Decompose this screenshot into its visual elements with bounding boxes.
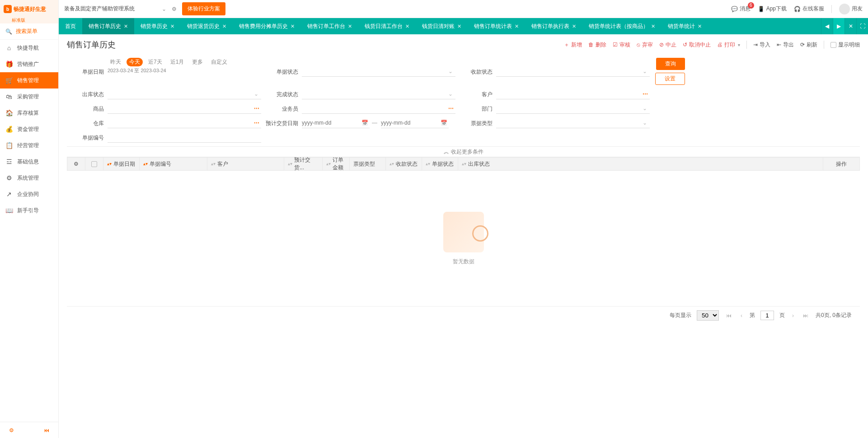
column-settings[interactable]: ⚙ [67, 158, 85, 170]
unstop-button[interactable]: ↺取消中止 [683, 41, 711, 49]
service-button[interactable]: 🎧 在线客服 [794, 5, 824, 13]
col-customer[interactable]: ▴▾客户 [207, 158, 284, 170]
close-icon[interactable]: ✕ [515, 23, 519, 29]
date-tag[interactable]: 近7天 [145, 58, 165, 66]
sidebar-item[interactable]: 🛒销售管理 [0, 72, 58, 89]
tab-fullscreen[interactable]: ⛶ [856, 18, 868, 34]
pay-status-select[interactable] [496, 66, 650, 77]
ticket-type-select[interactable] [496, 117, 650, 128]
page-first[interactable]: ⏮ [724, 312, 733, 319]
col-num[interactable]: ▴▾单据编号 [140, 158, 207, 170]
sidebar-item[interactable]: 🏠库存核算 [0, 105, 58, 121]
warehouse-input[interactable] [108, 117, 261, 128]
tab-scroll-left[interactable]: ◀ [821, 18, 833, 34]
more-icon[interactable]: ⋯ [643, 91, 648, 97]
import-button[interactable]: ⇥导入 [753, 41, 770, 49]
more-icon[interactable]: ⋯ [254, 105, 259, 112]
tab-close-all[interactable]: ✕ [845, 18, 856, 34]
system-selector[interactable]: 装备及固定资产辅助管理系统 ⌄ [64, 5, 166, 13]
collapse-sidebar-icon[interactable]: ⏮ [44, 427, 49, 433]
app-download-button[interactable]: 📱 App下载 [758, 5, 787, 13]
col-amount[interactable]: ▴▾订单金额 [323, 158, 350, 170]
settings-icon[interactable]: ⚙ [9, 427, 14, 433]
refresh-button[interactable]: ⟳刷新 [800, 41, 817, 49]
tab[interactable]: 销售订单历史✕ [82, 18, 134, 34]
tab[interactable]: 销售订单执行表✕ [525, 18, 582, 34]
page-prev[interactable]: ‹ [739, 312, 744, 319]
tab[interactable]: 销货退货历史✕ [181, 18, 233, 34]
close-icon[interactable]: ✕ [124, 23, 128, 29]
search-menu[interactable]: 🔍 搜索菜单 [0, 23, 58, 40]
close-icon[interactable]: ✕ [348, 23, 352, 29]
calendar-icon[interactable]: 📅 [441, 120, 447, 126]
print-button[interactable]: 🖨打印▾ [717, 41, 740, 49]
tab[interactable]: 销售订单工作台✕ [301, 18, 358, 34]
out-status-select[interactable] [108, 89, 261, 99]
col-pay[interactable]: ▴▾收款状态 [386, 158, 422, 170]
tab[interactable]: 销货单统计表（按商品）✕ [582, 18, 662, 34]
col-out[interactable]: ▴▾出库状态 [458, 158, 823, 170]
sidebar-item[interactable]: 📖新手引导 [0, 202, 58, 219]
gear-icon[interactable]: ⚙ [172, 6, 177, 12]
page-last[interactable]: ⏭ [801, 312, 810, 319]
date-tag[interactable]: 更多 [189, 58, 206, 66]
close-icon[interactable]: ✕ [457, 23, 461, 29]
date-tag[interactable]: 自定义 [208, 58, 230, 66]
sidebar-item[interactable]: ⌂快捷导航 [0, 40, 58, 56]
close-icon[interactable]: ✕ [698, 23, 702, 29]
experience-button[interactable]: 体验行业方案 [182, 2, 225, 15]
stop-button[interactable]: ⊘中止 [659, 41, 676, 49]
tab[interactable]: 销货单历史✕ [134, 18, 181, 34]
settings-button[interactable]: 设置 [655, 73, 685, 85]
discard-button[interactable]: ⦸弃审 [637, 41, 653, 49]
add-button[interactable]: ＋新增 [564, 41, 582, 49]
col-doc[interactable]: ▴▾单据状态 [422, 158, 458, 170]
date-tag[interactable]: 昨天 [108, 58, 124, 66]
collapse-filters[interactable]: ︽ 收起更多条件 [67, 146, 860, 157]
close-icon[interactable]: ✕ [405, 23, 409, 29]
doc-num-input[interactable] [108, 132, 261, 143]
close-icon[interactable]: ✕ [222, 23, 226, 29]
tab[interactable]: 销货单统计✕ [662, 18, 708, 34]
delivery-date-from[interactable] [302, 117, 370, 128]
sidebar-item[interactable]: ⚙系统管理 [0, 170, 58, 186]
export-button[interactable]: ⇤导出 [777, 41, 794, 49]
close-icon[interactable]: ✕ [651, 23, 655, 29]
show-detail-toggle[interactable]: 显示明细 [830, 41, 860, 49]
tab[interactable]: 销售订单统计表✕ [468, 18, 525, 34]
user-menu[interactable]: 用友 [839, 4, 863, 14]
product-input[interactable] [108, 103, 261, 114]
close-icon[interactable]: ✕ [572, 23, 576, 29]
sidebar-item[interactable]: 🛍采购管理 [0, 89, 58, 105]
close-icon[interactable]: ✕ [291, 23, 295, 29]
date-tag[interactable]: 近1月 [168, 58, 187, 66]
delivery-date-to[interactable] [381, 117, 449, 128]
message-button[interactable]: 💬 消息 6 [731, 5, 751, 13]
page-input[interactable] [760, 311, 774, 320]
date-tag[interactable]: 今天 [127, 58, 143, 66]
per-page-select[interactable]: 50 [697, 310, 719, 321]
finish-status-select[interactable] [302, 89, 455, 99]
sidebar-item[interactable]: 🎁营销推广 [0, 56, 58, 72]
col-ticket[interactable]: 票据类型 [350, 158, 386, 170]
page-next[interactable]: › [790, 312, 796, 319]
col-date[interactable]: ▴▾单据日期 [103, 158, 140, 170]
query-button[interactable]: 查询 [656, 58, 685, 70]
dept-select[interactable] [496, 103, 650, 114]
col-delivery[interactable]: ▴▾预计交货... [284, 158, 323, 170]
sidebar-item[interactable]: 📋经营管理 [0, 137, 58, 154]
tab[interactable]: 钱货日清对账✕ [416, 18, 468, 34]
customer-input[interactable] [496, 89, 650, 99]
close-icon[interactable]: ✕ [170, 23, 174, 29]
calendar-icon[interactable]: 📅 [361, 120, 368, 126]
sidebar-item[interactable]: ↗企业协同 [0, 186, 58, 202]
tab[interactable]: 钱货日清工作台✕ [358, 18, 416, 34]
sidebar-item[interactable]: ☲基础信息 [0, 154, 58, 170]
sidebar-item[interactable]: 💰资金管理 [0, 121, 58, 137]
tab[interactable]: 销售费用分摊单历史✕ [233, 18, 301, 34]
select-all-checkbox[interactable] [85, 158, 103, 170]
delete-button[interactable]: 🗑删除 [588, 41, 606, 49]
tab-scroll-right[interactable]: ▶ [833, 18, 845, 34]
tab[interactable]: 首页 [59, 18, 82, 34]
salesman-input[interactable] [302, 103, 455, 114]
